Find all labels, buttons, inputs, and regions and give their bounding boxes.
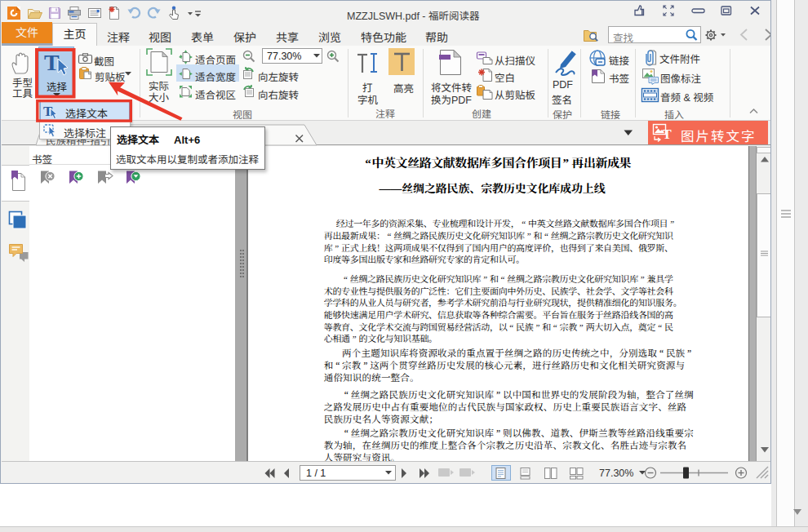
svg-text:T: T <box>663 127 672 141</box>
